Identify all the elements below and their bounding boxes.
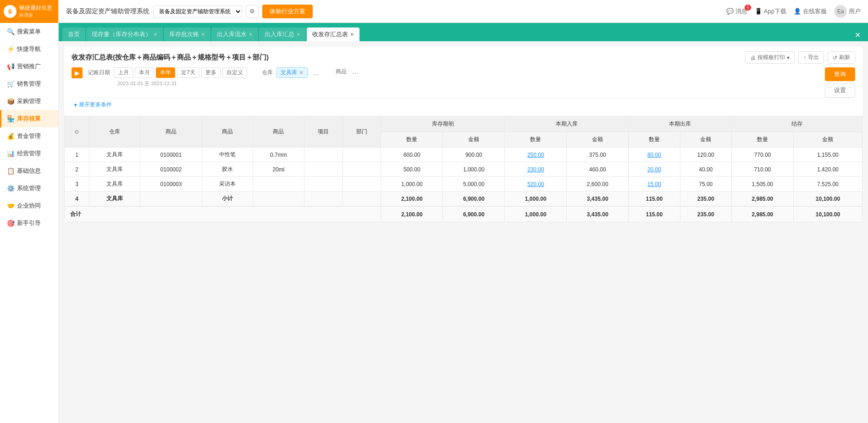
sidebar-item-marketing[interactable]: 📢 营销推广 [0,58,58,75]
cell-product-name: 胶水 [202,162,253,177]
footer-out-amt: 235.00 [680,206,731,222]
close-all-tabs[interactable]: ✕ [851,29,864,41]
cell-department [343,192,381,207]
cell-out-qty[interactable]: 15.00 [629,177,680,192]
sidebar-item-operations-label: 经营管理 [17,149,41,158]
guide-icon: 🎯 [7,220,14,227]
cell-project [304,177,343,192]
product-more-dots[interactable]: ... [350,67,360,76]
logo-subtitle: 标准版 [19,12,52,18]
settings-button[interactable]: 设置 [825,83,855,98]
th-out-amt: 金额 [680,132,731,148]
tab-current-inventory-close[interactable]: ✕ [153,32,157,38]
export-label: 导出 [808,54,819,61]
template-print-button[interactable]: 🖨 按模板打印 ▾ [745,51,795,64]
sidebar-nav: 🔍 搜索菜单 ⚡ 快捷导航 📢 营销推广 🛒 销售管理 📦 采购管理 🏪 库存核… [0,23,58,423]
tab-summary-close[interactable]: ✕ [296,32,300,38]
tab-current-inventory-label: 现存量（库存分布表） [92,30,151,38]
warehouse-more-dots[interactable]: ... [311,69,321,77]
basic-icon: 📋 [7,167,14,175]
user-menu[interactable]: Ea 用户 [834,5,861,18]
trial-button[interactable]: 体验行业方案 [262,5,313,18]
tab-summary[interactable]: 出入库汇总 ✕ [259,27,306,41]
message-button[interactable]: 💬 消息 6 [726,7,747,16]
system-title: 装备及固定资产辅助管理系统 [66,7,149,16]
cell-product-spec [253,192,304,207]
tab-receive-send[interactable]: 收发存汇总表 ✕ [307,27,359,41]
cell-opening-qty: 600.00 [381,148,443,162]
sidebar-item-marketing-label: 营销推广 [17,62,41,71]
sidebar-item-search[interactable]: 🔍 搜索菜单 [0,23,58,40]
filter-toggle[interactable]: ▶ [72,67,83,78]
settings-gear-button[interactable]: ⚙ [246,5,259,18]
cell-balance-amt: 1,155.00 [793,148,862,162]
cell-in-qty[interactable]: 230.00 [505,162,567,177]
date-btn-custom[interactable]: 自定义 [222,67,247,78]
date-btn-7days[interactable]: 近7天 [177,67,199,78]
cell-warehouse: 文具库 [89,177,140,192]
date-btn-more[interactable]: 更多 [201,67,221,78]
query-button[interactable]: 查询 [825,67,855,81]
cell-warehouse: 文具库 [89,162,140,177]
cell-in-qty[interactable]: 1,000.00 [505,192,567,207]
sidebar-item-purchase[interactable]: 📦 采购管理 [0,93,58,110]
footer-opening-amt: 6,900.00 [443,206,505,222]
cell-out-qty[interactable]: 115.00 [629,192,680,207]
warehouse-tag-close[interactable]: ✕ [299,70,304,76]
logo-icon: 6 [4,5,17,18]
tab-batch-close[interactable]: ✕ [201,32,205,38]
online-service-button[interactable]: 👤 在线客服 [794,7,827,16]
date-btn-this-month[interactable]: 本月 [135,67,154,78]
cell-product-code [140,192,202,207]
app-download-button[interactable]: 📱 App下载 [755,7,786,16]
sidebar-item-sales[interactable]: 🛒 销售管理 [0,75,58,93]
sidebar-item-operations[interactable]: 📊 经营管理 [0,145,58,162]
cell-product-code: 0100001 [140,148,202,162]
th-settings[interactable]: ⚙ [65,116,89,148]
sidebar-item-inventory[interactable]: 🏪 库存核算 [0,110,58,127]
export-button[interactable]: ↑ 导出 [798,51,824,64]
sidebar-item-guide[interactable]: 🎯 新手引导 [0,214,58,232]
tab-current-inventory[interactable]: 现存量（库存分布表） ✕ [86,27,163,41]
sidebar-item-basic[interactable]: 📋 基础信息 [0,162,58,180]
cell-opening-amt: 5,000.00 [443,177,505,192]
cell-opening-amt: 1,000.00 [443,162,505,177]
cell-department [343,177,381,192]
main-area: 装备及固定资产辅助管理系统 装备及固定资产辅助管理系统 ⚙ 体验行业方案 💬 消… [59,0,868,423]
warehouse-label: 仓库 [262,69,273,77]
cell-in-qty[interactable]: 250.00 [505,148,567,162]
footer-in-qty: 1,000.00 [505,206,567,222]
tab-flow[interactable]: 出入库流水 ✕ [211,27,258,41]
refresh-button[interactable]: ↺ 刷新 [828,51,855,64]
tab-receive-send-close[interactable]: ✕ [350,32,354,38]
app-icon: 📱 [755,8,762,15]
tab-batch[interactable]: 库存批次账 ✕ [164,27,210,41]
cell-out-qty[interactable]: 80.00 [629,148,680,162]
sidebar-item-finance[interactable]: 💰 资金管理 [0,127,58,145]
sidebar-item-quicknav[interactable]: ⚡ 快捷导航 [0,40,58,58]
template-print-icon: 🖨 [750,55,756,61]
cell-balance-qty: 2,985.00 [731,192,793,207]
sidebar-item-enterprise[interactable]: 🤝 企业协同 [0,197,58,214]
date-btn-this-year[interactable]: 本年 [156,67,175,78]
industry-select[interactable]: 装备及固定资产辅助管理系统 [153,5,242,17]
expand-more-button[interactable]: ▾ 展开更多条件 [74,101,112,109]
sidebar-logo: 6 畅捷通好生意 标准版 [0,0,58,23]
refresh-icon: ↺ [833,55,837,61]
cell-balance-amt: 10,100.00 [793,192,862,207]
table-row: 4 文具库 小计 2,100.00 6,900.00 1,000.00 3,43… [65,192,862,207]
sidebar-item-system-label: 系统管理 [17,184,41,192]
tab-batch-label: 库存批次账 [169,30,199,38]
date-range-text: 2023-01-01 至 2023-12-31 [117,81,177,86]
tab-flow-close[interactable]: ✕ [249,32,253,38]
date-label: 记账日期 [88,69,110,77]
user-label: 用户 [849,7,861,16]
date-btn-last-month[interactable]: 上月 [114,67,133,78]
tab-home[interactable]: 首页 [62,27,85,41]
tab-flow-label: 出入库流水 [217,30,247,38]
cell-out-qty[interactable]: 20.00 [629,162,680,177]
cell-in-qty[interactable]: 520.00 [505,177,567,192]
page-actions: 🖨 按模板打印 ▾ ↑ 导出 ↺ 刷新 [745,51,855,64]
th-in-qty: 数量 [505,132,567,148]
sidebar-item-system[interactable]: ⚙️ 系统管理 [0,180,58,197]
